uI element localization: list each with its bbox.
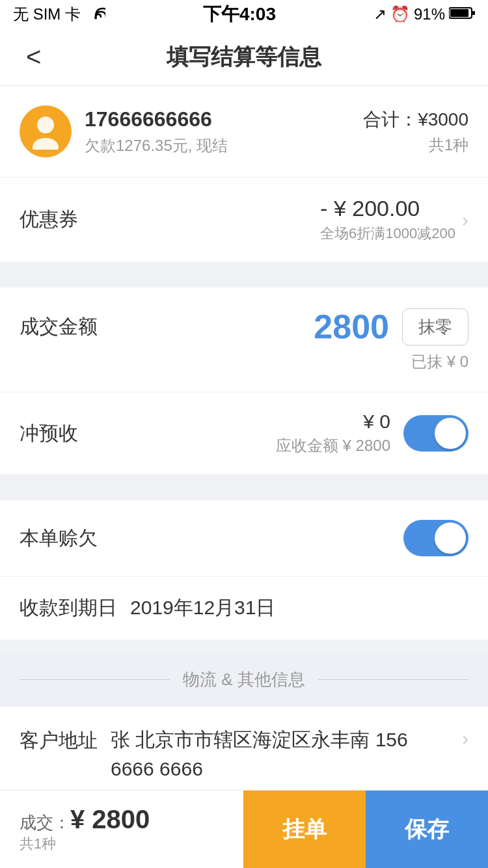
sep-line-right — [318, 679, 468, 680]
svg-point-5 — [33, 138, 59, 150]
avatar — [20, 105, 72, 157]
status-left: 无 SIM 卡 — [13, 4, 105, 25]
coupon-label: 优惠券 — [20, 206, 78, 233]
prepay-label: 冲预收 — [20, 420, 78, 447]
coupon-info: - ¥ 200.00 全场6折满1000减200 — [320, 196, 455, 243]
sep-text: 物流 & 其他信息 — [183, 668, 305, 691]
status-right: ↗ ⏰ 91% — [373, 5, 475, 23]
debit-section: 本单赊欠 — [0, 500, 488, 576]
bottom-summary: 成交：¥ 2800 共1种 — [0, 805, 243, 854]
wifi-icon — [86, 5, 105, 23]
coupon-row[interactable]: 优惠券 - ¥ 200.00 全场6折满1000减200 › — [0, 177, 488, 262]
svg-rect-3 — [472, 11, 475, 15]
bottom-deal-row: 成交：¥ 2800 — [20, 805, 224, 834]
duedate-row: 收款到期日 2019年12月31日 — [20, 595, 468, 621]
hold-button[interactable]: 挂单 — [243, 791, 366, 869]
save-button[interactable]: 保存 — [366, 791, 488, 869]
amount-value: 2800 — [314, 307, 389, 346]
coupon-desc: 全场6折满1000减200 — [320, 224, 455, 243]
svg-rect-2 — [450, 9, 468, 17]
status-bar: 无 SIM 卡 下午4:03 ↗ ⏰ 91% — [0, 0, 488, 29]
customer-info: 17666666666 欠款1276.35元, 现结 — [85, 107, 228, 156]
customer-row: 17666666666 欠款1276.35元, 现结 合计：¥3000 共1种 — [0, 86, 488, 177]
svg-point-4 — [37, 116, 54, 133]
address-card: 客户地址 张 北京市市辖区海淀区永丰南 156 6666 6666 › — [0, 707, 488, 802]
amount-section: 成交金额 2800 抹零 已抹 ¥ 0 — [0, 288, 488, 392]
nav-bar: < 填写结算等信息 — [0, 29, 488, 86]
svg-point-0 — [94, 17, 97, 20]
amount-right: 2800 抹零 — [314, 307, 468, 346]
debit-card: 本单赊欠 收款到期日 2019年12月31日 — [0, 500, 488, 640]
total-label-amount: 合计：¥3000 — [363, 107, 468, 132]
round-button[interactable]: 抹零 — [402, 308, 468, 346]
location-icon: ↗ — [373, 5, 386, 23]
coupon-amount: - ¥ 200.00 — [320, 196, 455, 221]
prepay-values: ¥ 0 应收金额 ¥ 2800 — [276, 411, 390, 456]
duedate-value: 2019年12月31日 — [130, 595, 275, 621]
content: 17666666666 欠款1276.35元, 现结 合计：¥3000 共1种 … — [0, 86, 488, 868]
battery-level: 91% — [414, 5, 445, 23]
amount-sub: 已抹 ¥ 0 — [20, 351, 468, 372]
address-section[interactable]: 客户地址 张 北京市市辖区海淀区永丰南 156 6666 6666 › — [0, 707, 488, 802]
bottom-bar: 成交：¥ 2800 共1种 挂单 保存 — [0, 790, 488, 868]
address-value: 张 北京市市辖区海淀区永丰南 156 6666 6666 — [111, 725, 455, 783]
total-label: 合计： — [363, 109, 418, 129]
prepay-amount: ¥ 0 — [276, 411, 390, 433]
address-chevron-icon: › — [462, 725, 468, 750]
chevron-right-icon: › — [462, 209, 468, 231]
customer-card: 17666666666 欠款1276.35元, 现结 合计：¥3000 共1种 … — [0, 86, 488, 262]
deal-amount: ¥ 2800 — [70, 805, 150, 834]
amount-label: 成交金额 — [20, 314, 98, 340]
duedate-section: 收款到期日 2019年12月31日 — [0, 576, 488, 640]
address-label: 客户地址 — [20, 725, 98, 754]
prepay-toggle[interactable] — [403, 415, 468, 452]
total-count: 共1种 — [363, 135, 468, 156]
customer-left: 17666666666 欠款1276.35元, 现结 — [20, 105, 228, 157]
prepay-right: ¥ 0 应收金额 ¥ 2800 — [276, 411, 468, 456]
total-amount: ¥3000 — [418, 109, 468, 129]
customer-phone: 17666666666 — [85, 107, 228, 131]
alarm-icon: ⏰ — [390, 5, 410, 23]
amount-card: 成交金额 2800 抹零 已抹 ¥ 0 冲预收 ¥ 0 应收金额 ¥ 2800 — [0, 288, 488, 474]
duedate-label: 收款到期日 — [20, 595, 117, 621]
prepay-row: 冲预收 ¥ 0 应收金额 ¥ 2800 — [0, 392, 488, 474]
battery-icon — [449, 5, 475, 23]
divider-1 — [0, 275, 488, 288]
customer-debt: 欠款1276.35元, 现结 — [85, 135, 228, 156]
page-title: 填写结算等信息 — [167, 42, 321, 72]
debit-toggle[interactable] — [403, 520, 468, 556]
back-button[interactable]: < — [20, 36, 47, 78]
divider-2 — [0, 487, 488, 500]
amount-row: 成交金额 2800 抹零 — [20, 307, 468, 346]
logistics-separator: 物流 & 其他信息 — [0, 653, 488, 707]
deal-count: 共1种 — [20, 834, 224, 854]
coupon-right: - ¥ 200.00 全场6折满1000减200 › — [320, 196, 468, 243]
prepay-sub: 应收金额 ¥ 2800 — [276, 435, 390, 456]
debit-label: 本单赊欠 — [20, 525, 98, 552]
deal-label: 成交： — [20, 813, 70, 832]
sep-line-left — [20, 679, 170, 680]
customer-total: 合计：¥3000 共1种 — [363, 107, 468, 156]
sim-status: 无 SIM 卡 — [13, 4, 81, 25]
status-time: 下午4:03 — [203, 2, 276, 27]
